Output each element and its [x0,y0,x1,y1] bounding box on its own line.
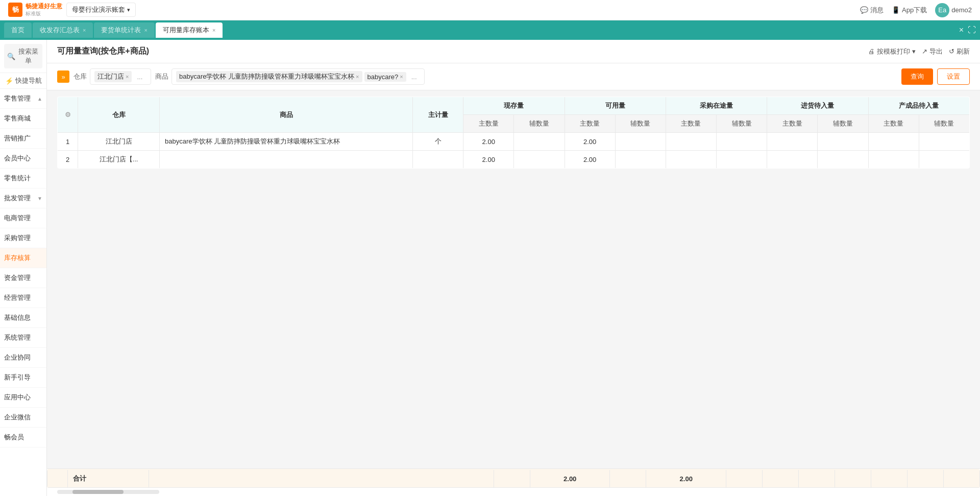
filter-expand-button[interactable]: » [57,70,69,83]
footer-purchase-aux [798,469,835,488]
app-download-button[interactable]: 📱 App下载 [892,6,927,15]
top-bar-right: 💬 消息 📱 App下载 Ea demo2 [860,3,972,17]
page-title: 可用量查询(按仓库+商品) [57,46,149,57]
message-button[interactable]: 💬 消息 [860,6,884,15]
col-production-main: 主数量 [868,115,919,133]
tab-bar-actions: × ⛶ [959,26,976,35]
industry-selector[interactable]: 母婴行业演示账套 ▾ [66,3,136,17]
cell-available-main: 2.00 [565,133,615,151]
cell-incoming-aux [818,151,868,169]
export-button[interactable]: ↗ 导出 [922,47,943,56]
product-tag-1-close[interactable]: × [356,74,359,80]
warehouse-tag: 江北门店 × [94,71,132,82]
user-menu[interactable]: Ea demo2 [935,3,972,17]
sidebar-item-retail-mall[interactable]: 零售商城 [0,109,46,129]
brand-tag: 标准版 [26,10,62,17]
query-button[interactable]: 查询 [901,68,933,85]
refresh-icon: ↺ [949,48,954,55]
sidebar-item-marketing[interactable]: 营销推广 [0,129,46,149]
warehouse-label: 仓库 [74,72,87,81]
brand-name: 畅捷通好生意 [26,3,62,10]
col-warehouse: 仓库 [78,97,160,133]
col-incoming-aux: 辅数量 [818,115,868,133]
sidebar-item-purchasing[interactable]: 采购管理 [0,228,46,248]
cell-production-main [868,151,919,169]
brand-info: 畅捷通好生意 标准版 [26,3,62,17]
sidebar-item-inventory[interactable]: 库存核算 [0,248,46,268]
sidebar-item-operations[interactable]: 经营管理 [0,288,46,308]
search-menu-button[interactable]: 🔍 搜索菜单 [4,44,42,68]
tab-order-stats[interactable]: 要货单统计表 × [94,22,154,38]
sidebar-item-ecommerce[interactable]: 电商管理 [0,208,46,228]
cell-incoming-main [767,151,818,169]
tab-label: 可用量库存账本 [163,26,209,35]
message-icon: 💬 [860,6,868,14]
sidebar-item-finance[interactable]: 资金管理 [0,268,46,288]
tab-available-stock[interactable]: 可用量库存账本 × [156,22,223,38]
col-group-incoming: 进货待入量 [767,97,868,115]
cell-stock-main: 2.00 [463,133,514,151]
template-print-button[interactable]: 🖨 按模板打印 ▾ [868,47,916,56]
product-tag-2: babycare? × [364,72,406,82]
warehouse-input[interactable]: 江北门店 × ... [90,68,151,85]
cell-available-aux [615,133,666,151]
filter-action-buttons: 查询 设置 [901,68,970,85]
cell-stock-aux [514,133,565,151]
footer-available-aux [726,469,763,488]
cell-production-aux [919,133,969,151]
sidebar-item-wechat[interactable]: 企业微信 [0,408,46,428]
cell-unit: 个 [412,133,463,151]
tab-home[interactable]: 首页 [4,22,32,38]
cell-stock-main: 2.00 [463,151,514,169]
sidebar-item-member[interactable]: 畅会员 [0,428,46,447]
table-row: 1 江北门店 babycare学饮杯 儿童防摔防撞吸管杯重力球吸嘴杯宝宝水杯 个… [58,133,970,151]
quick-nav-button[interactable]: ⚡ 快捷导航 [0,73,46,89]
col-group-production: 产成品待入量 [868,97,969,115]
export-icon: ↗ [922,48,927,55]
footer-purchase-main [763,469,799,488]
refresh-button[interactable]: ↺ 刷新 [949,47,970,56]
sidebar-item-enterprise[interactable]: 企业协同 [0,348,46,368]
close-icon[interactable]: × [212,27,215,33]
footer-available-main: 2.00 [646,469,726,488]
chevron-down-icon: ▼ [37,196,42,201]
footer-empty-1 [47,469,68,488]
footer-incoming-aux [871,469,907,488]
col-stock-main: 主数量 [463,115,514,133]
gear-icon[interactable]: ⚙ [65,111,71,119]
footer-incoming-main [835,469,871,488]
page-header: 可用量查询(按仓库+商品) 🖨 按模板打印 ▾ ↗ 导出 ↺ 刷新 [47,40,980,63]
tab-label: 收发存汇总表 [40,26,80,35]
chevron-down-icon: ▾ [912,48,916,55]
sidebar-item-basic-info[interactable]: 基础信息 [0,308,46,328]
cell-product: babycare学饮杯 儿童防摔防撞吸管杯重力球吸嘴杯宝宝水杯 [160,133,413,151]
product-tag-2-close[interactable]: × [400,74,403,80]
cell-purchase-main [666,151,716,169]
tab-stock-summary[interactable]: 收发存汇总表 × [33,22,93,38]
sidebar-item-app-center[interactable]: 应用中心 [0,388,46,408]
horizontal-scrollbar[interactable] [57,490,159,494]
print-icon: 🖨 [868,48,875,55]
cell-index: 1 [58,133,78,151]
close-icon[interactable]: × [144,27,147,33]
sidebar-item-retail-stats[interactable]: 零售统计 [0,169,46,188]
col-purchase-main: 主数量 [666,115,716,133]
expand-icon: » [61,73,65,81]
data-table: ⚙ 仓库 商品 主计量 现存量 可用量 采购在途量 进货待入量 产成品待入量 主… [57,97,970,169]
expand-window-button[interactable]: ⛶ [968,26,976,35]
sidebar: 🔍 搜索菜单 ⚡ 快捷导航 零售管理 ▲ 零售商城 营销推广 会员中心 零售统计… [0,40,47,496]
sidebar-item-wholesale[interactable]: 批发管理 ▼ [0,188,46,208]
sidebar-item-retail-management[interactable]: 零售管理 ▲ [0,89,46,109]
sidebar-item-member-center[interactable]: 会员中心 [0,149,46,169]
nav-icon: ⚡ [5,77,13,85]
product-dots[interactable]: ... [408,72,420,82]
close-icon[interactable]: × [83,27,86,33]
product-input[interactable]: babycare学饮杯 儿童防摔防撞吸管杯重力球吸嘴杯宝宝水杯 × babyca… [172,68,425,85]
sidebar-item-guide[interactable]: 新手引导 [0,368,46,388]
settings-button[interactable]: 设置 [937,68,970,85]
warehouse-tag-close[interactable]: × [126,74,129,80]
cell-product [160,151,413,169]
warehouse-dots[interactable]: ... [134,72,145,82]
close-all-tabs-button[interactable]: × [959,26,964,35]
sidebar-item-system[interactable]: 系统管理 [0,328,46,348]
